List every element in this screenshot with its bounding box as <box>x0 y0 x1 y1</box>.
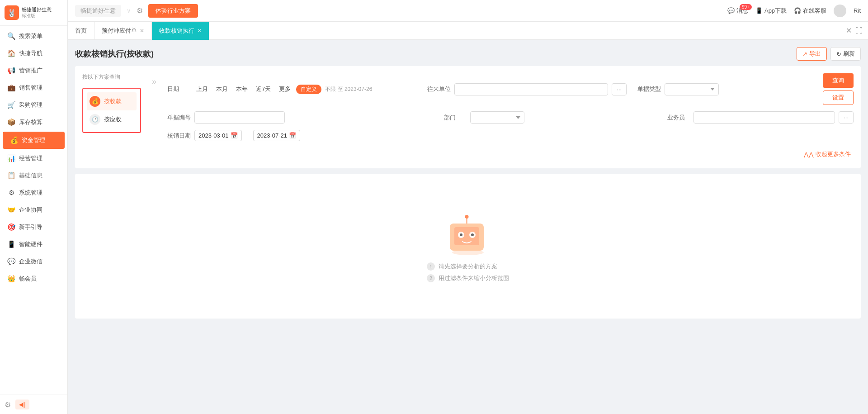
refresh-icon: ↻ <box>836 51 841 57</box>
sidebar-gear-button[interactable]: ⚙ <box>5 400 11 409</box>
date-7days[interactable]: 近7天 <box>253 84 274 94</box>
sidebar-icon-快捷导航: 🏠 <box>7 49 15 57</box>
sidebar-label-快捷导航: 快捷导航 <box>19 49 42 57</box>
sidebar-item-库存核算[interactable]: 📦 库存核算 <box>0 114 67 131</box>
voucher-no-input[interactable] <box>194 111 285 124</box>
empty-state: 1 请先选择要分析的方案 2 用过滤条件来缩小分析范围 <box>75 174 861 319</box>
sidebar-item-快捷导航[interactable]: 🏠 快捷导航 <box>0 45 67 62</box>
empty-hints: 1 请先选择要分析的方案 2 用过滤条件来缩小分析范围 <box>427 262 509 282</box>
message-button[interactable]: 💬 消息 99+ <box>727 7 748 15</box>
filter-sidebar-label: 按以下方案查询 <box>82 73 141 84</box>
page-header: 收款核销执行(按收款) ↗ 导出 ↻ 刷新 <box>75 47 861 61</box>
hint-num-2: 2 <box>427 274 435 282</box>
tab-fullscreen-icon[interactable]: ⛶ <box>855 27 863 35</box>
collapse-row: ⋀⋀ 收起更多条件 <box>167 148 854 161</box>
sidebar-label-库存核算: 库存核算 <box>19 118 42 126</box>
tab-close-prepay[interactable]: ✕ <box>140 28 144 34</box>
filter-by-receivable[interactable]: 🕐 按应收 <box>87 110 137 128</box>
staff-ellipsis[interactable]: ··· <box>839 111 854 124</box>
filter-collapse-arrow[interactable]: » <box>148 77 160 86</box>
staff-field: 业务员 ··· <box>667 111 854 124</box>
date-this-month[interactable]: 本月 <box>213 84 231 94</box>
sidebar-icon-搜索菜单: 🔍 <box>7 32 15 40</box>
sidebar: 🐰 畅捷通好生意 标准版 🔍 搜索菜单🏠 快捷导航📢 营销推广💼 销售管理🛒 采… <box>0 0 68 414</box>
voucher-no-field: 单据编号 <box>167 111 433 124</box>
sidebar-label-经营管理: 经营管理 <box>19 154 42 162</box>
hint-num-1: 1 <box>427 262 435 271</box>
empty-illustration <box>441 210 495 255</box>
sidebar-icon-销售管理: 💼 <box>7 84 15 92</box>
tab-writeoff[interactable]: 收款核销执行 ✕ <box>152 22 209 40</box>
sidebar-item-基础信息[interactable]: 📋 基础信息 <box>0 167 67 184</box>
industry-button[interactable]: 体验行业方案 <box>148 4 198 18</box>
tab-home[interactable]: 首页 <box>68 22 94 40</box>
collapse-more-button[interactable]: ⋀⋀ 收起更多条件 <box>801 148 854 161</box>
writeoff-to-field[interactable]: 2023-07-21 📅 <box>253 130 301 141</box>
topbar-right: 💬 消息 99+ 📱 App下载 🎧 在线客服 Rit <box>727 5 861 17</box>
sidebar-item-经营管理[interactable]: 📊 经营管理 <box>0 150 67 167</box>
right-action-buttons: 查询 设置 <box>823 73 854 105</box>
query-button[interactable]: 查询 <box>823 73 854 88</box>
sidebar-item-智能硬件[interactable]: 📱 智能硬件 <box>0 236 67 253</box>
sidebar-label-企业微信: 企业微信 <box>19 257 42 266</box>
date-last-month[interactable]: 上月 <box>193 84 211 94</box>
sidebar-item-企业微信[interactable]: 💬 企业微信 <box>0 253 67 270</box>
filter-row-3: 核销日期 2023-03-01 📅 — 2023-07-21 📅 <box>167 130 854 141</box>
user-name: Rit <box>854 7 861 14</box>
page-content: 收款核销执行(按收款) ↗ 导出 ↻ 刷新 按以下方案查询 💰 <box>68 40 868 414</box>
writeoff-from-field[interactable]: 2023-03-01 📅 <box>194 130 242 141</box>
filter-row-1: 日期 上月 本月 本年 近7天 更多 自定义 不限 至 2023-07-26 往… <box>167 73 854 105</box>
filter-row-2: 单据编号 部门 业务员 ··· <box>167 111 854 124</box>
sidebar-icon-新手引导: 🎯 <box>7 223 15 231</box>
sidebar-label-智能硬件: 智能硬件 <box>19 240 42 248</box>
sidebar-item-采购管理[interactable]: 🛒 采购管理 <box>0 96 67 114</box>
filter-by-receipt[interactable]: 💰 按收款 <box>87 92 137 110</box>
filter-form: 日期 上月 本月 本年 近7天 更多 自定义 不限 至 2023-07-26 往… <box>167 73 854 161</box>
sidebar-item-销售管理[interactable]: 💼 销售管理 <box>0 79 67 96</box>
tab-close-writeoff[interactable]: ✕ <box>197 28 202 34</box>
date-custom[interactable]: 自定义 <box>296 85 321 94</box>
settings-button[interactable]: 设置 <box>823 90 854 105</box>
sidebar-icon-基础信息: 📋 <box>7 171 15 180</box>
voucher-type-select[interactable] <box>665 83 719 95</box>
dept-select[interactable] <box>470 111 524 124</box>
brand-name: 畅捷通好生意 <box>80 7 116 15</box>
tab-close-all-icon[interactable]: ✕ <box>846 26 852 35</box>
partner-field: 往来单位 ··· <box>427 83 627 95</box>
sidebar-item-畅会员[interactable]: 👑 畅会员 <box>0 270 67 287</box>
message-icon: 💬 <box>727 7 735 14</box>
sidebar-label-企业协同: 企业协同 <box>19 206 42 214</box>
sidebar-item-新手引导[interactable]: 🎯 新手引导 <box>0 219 67 236</box>
export-button[interactable]: ↗ 导出 <box>797 47 827 61</box>
page-actions: ↗ 导出 ↻ 刷新 <box>797 47 861 61</box>
voucher-type-label: 单据类型 <box>637 85 661 93</box>
sidebar-menu: 🔍 搜索菜单🏠 快捷导航📢 营销推广💼 销售管理🛒 采购管理📦 库存核算💰 资金… <box>0 26 67 395</box>
content-area: 1 请先选择要分析的方案 2 用过滤条件来缩小分析范围 <box>75 174 861 319</box>
sidebar-label-资金管理: 资金管理 <box>22 136 45 144</box>
partner-input[interactable] <box>454 83 608 95</box>
sidebar-collapse-button[interactable]: ◀‖ <box>15 400 29 409</box>
refresh-button[interactable]: ↻ 刷新 <box>830 47 861 61</box>
sidebar-label-畅会员: 畅会员 <box>19 275 37 283</box>
sidebar-item-营销推广[interactable]: 📢 营销推广 <box>0 62 67 79</box>
sidebar-icon-企业协同: 🤝 <box>7 206 15 214</box>
app-download-button[interactable]: 📱 App下载 <box>755 7 787 15</box>
topbar-divider: ∨ <box>127 7 131 14</box>
sidebar-label-系统管理: 系统管理 <box>19 189 42 197</box>
sidebar-item-资金管理[interactable]: 💰 资金管理 <box>3 132 65 149</box>
online-service-button[interactable]: 🎧 在线客服 <box>794 7 826 15</box>
sidebar-label-基础信息: 基础信息 <box>19 171 42 180</box>
topbar-gear-icon[interactable]: ⚙ <box>137 6 143 15</box>
receivable-icon: 🕐 <box>90 114 100 125</box>
partner-ellipsis[interactable]: ··· <box>612 83 627 95</box>
sidebar-item-企业协同[interactable]: 🤝 企业协同 <box>0 201 67 219</box>
staff-input[interactable] <box>693 111 835 124</box>
date-this-year[interactable]: 本年 <box>233 84 250 94</box>
date-more[interactable]: 更多 <box>276 84 293 94</box>
sidebar-item-系统管理[interactable]: ⚙ 系统管理 <box>0 184 67 201</box>
sidebar-item-搜索菜单[interactable]: 🔍 搜索菜单 <box>0 28 67 45</box>
svg-point-5 <box>460 233 462 236</box>
sidebar-label-营销推广: 营销推广 <box>19 67 42 75</box>
date-field: 日期 上月 本月 本年 近7天 更多 自定义 不限 至 2023-07-26 <box>167 84 416 94</box>
tab-prepay[interactable]: 预付冲应付单 ✕ <box>94 22 152 40</box>
